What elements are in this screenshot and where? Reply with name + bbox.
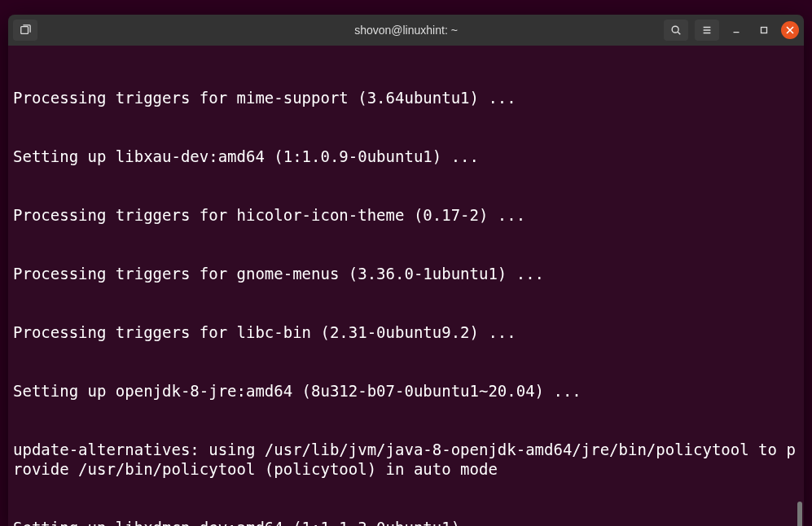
terminal-window: shovon@linuxhint: ~ [8, 15, 804, 526]
output-line: Processing triggers for hicolor-icon-the… [13, 205, 799, 225]
output-line: Setting up openjdk-8-jre:amd64 (8u312-b0… [13, 381, 799, 401]
svg-point-1 [672, 26, 678, 33]
search-button[interactable] [664, 20, 688, 41]
new-tab-button[interactable] [13, 20, 37, 41]
maximize-icon [758, 24, 770, 36]
svg-line-2 [678, 32, 680, 34]
output-line: Processing triggers for gnome-menus (3.3… [13, 264, 799, 283]
svg-rect-7 [762, 28, 767, 33]
terminal-output-area[interactable]: Processing triggers for mime-support (3.… [8, 46, 804, 526]
output-line: Processing triggers for libc-bin (2.31-0… [13, 322, 799, 342]
output-line: update-alternatives: using /usr/lib/jvm/… [13, 440, 799, 479]
search-icon [670, 24, 682, 36]
new-tab-icon [20, 24, 31, 36]
titlebar: shovon@linuxhint: ~ [8, 15, 804, 46]
svg-rect-0 [21, 27, 29, 34]
close-button[interactable] [781, 21, 799, 39]
output-line: Setting up libxau-dev:amd64 (1:1.0.9-0ub… [13, 147, 799, 166]
minimize-icon [731, 24, 742, 36]
hamburger-icon [701, 24, 713, 36]
menu-button[interactable] [695, 20, 719, 41]
close-icon [786, 26, 794, 34]
minimize-button[interactable] [726, 20, 747, 41]
output-line: Processing triggers for mime-support (3.… [13, 88, 799, 107]
output-line: Setting up libxdmcp-dev:amd64 (1:1.1.3-0… [13, 518, 799, 526]
scrollbar-thumb[interactable] [797, 502, 802, 526]
maximize-button[interactable] [753, 20, 775, 41]
